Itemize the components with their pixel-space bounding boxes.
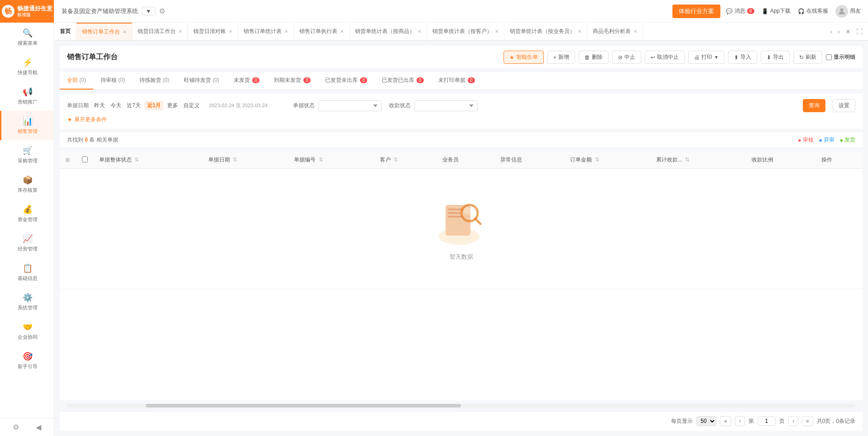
query-button[interactable]: 查询	[803, 99, 825, 112]
tab-product-margin[interactable]: 商品毛利分析表 ✕	[587, 23, 643, 40]
tab-nav-close-all[interactable]: ✕	[844, 27, 853, 36]
show-detail-toggle[interactable]: 显示明细	[826, 53, 855, 61]
last-page-btn[interactable]: »	[802, 416, 813, 426]
add-button[interactable]: + 新增	[547, 51, 575, 64]
ship-action[interactable]: ● 发货	[840, 136, 855, 144]
tab-sales-workbench[interactable]: 销售订单工作台 ✕	[77, 23, 132, 40]
sidebar-item-search[interactable]: 🔍 搜索菜单	[0, 23, 54, 52]
sidebar-item-purchase[interactable]: 🛒 采购管理	[0, 140, 54, 170]
tab-nav-next[interactable]: ›	[836, 27, 842, 36]
tab-close-cash-reconcile[interactable]: ✕	[229, 29, 232, 34]
tab-sales-exec[interactable]: 销售订单执行表 ✕	[294, 23, 350, 40]
tab-cash-reconcile[interactable]: 钱货日清对账 ✕	[188, 23, 238, 40]
svg-point-8	[464, 207, 471, 214]
message-btn[interactable]: 💬 消息 6	[726, 7, 754, 15]
page-input[interactable]	[758, 417, 776, 426]
cancel-review-dot: ●	[819, 137, 822, 143]
date-more[interactable]: 更多	[165, 101, 180, 110]
online-service-btn[interactable]: 🎧 在线客服	[798, 7, 828, 15]
sort-collected-icon[interactable]: ⇅	[685, 156, 690, 163]
sidebar-item-operations[interactable]: 📈 经营管理	[0, 228, 54, 258]
stop-button[interactable]: ⊘ 中止	[612, 51, 641, 64]
filter-tab-not-printed[interactable]: 未打印单据 0	[431, 72, 482, 90]
filter-tab-pending-review[interactable]: 待审核 (0)	[93, 72, 132, 90]
review-action[interactable]: ● 审核	[798, 136, 813, 144]
solution-button[interactable]: 体验行业方案	[672, 5, 720, 18]
tab-sales-summary-staff[interactable]: 销货单统计表（按业务员） ✕	[504, 23, 587, 40]
tab-close-sales-exec[interactable]: ✕	[340, 29, 344, 34]
sidebar-item-basic-info[interactable]: 📋 基础信息	[0, 258, 54, 287]
sidebar-item-finance[interactable]: 💰 资金管理	[0, 199, 54, 228]
sort-amount-icon[interactable]: ⇅	[595, 156, 599, 163]
cancel-review-action[interactable]: ● 弃审	[819, 136, 834, 144]
tab-close-product-margin[interactable]: ✕	[633, 29, 637, 34]
sidebar-footer: ⚙ ◀	[0, 418, 54, 436]
sidebar-item-enterprise[interactable]: 🤝 企业协同	[0, 317, 54, 346]
first-page-btn[interactable]: «	[720, 416, 731, 426]
tab-close-cash-daily[interactable]: ✕	[178, 29, 182, 34]
filter-tab-pending-inspect[interactable]: 待拣验货 (0)	[132, 72, 177, 90]
scrollbar-thumb[interactable]	[146, 404, 461, 408]
tab-nav-prev[interactable]: ‹	[829, 27, 834, 36]
print-button[interactable]: 🖨 打印 ▼	[688, 51, 724, 64]
date-yesterday[interactable]: 昨天	[92, 101, 107, 110]
select-all-checkbox[interactable]	[82, 156, 88, 162]
tab-home[interactable]: 首页	[54, 23, 77, 40]
sidebar-settings-btn[interactable]: ⚙	[13, 423, 19, 431]
sidebar-item-system[interactable]: ⚙️ 系统管理	[0, 287, 54, 317]
import-icon: ⬆	[734, 54, 739, 61]
tab-close-sales-workbench[interactable]: ✕	[123, 29, 126, 34]
date-custom[interactable]: 自定义	[182, 101, 201, 110]
export-button[interactable]: ⬇ 导出	[761, 51, 790, 64]
col-settings[interactable]: ⚙	[60, 152, 76, 169]
horizontal-scrollbar[interactable]	[67, 404, 855, 408]
sidebar-item-guide[interactable]: 🎯 新手引导	[0, 346, 54, 375]
filter-tab-shipped-not-in[interactable]: 已发货未出库 0	[318, 72, 374, 90]
cancel-stop-button[interactable]: ↩ 取消中止	[645, 51, 685, 64]
sidebar-collapse-btn[interactable]: ◀	[36, 423, 41, 431]
empty-text: 暂无数据	[450, 253, 473, 261]
filter-tab-wangpu[interactable]: 旺铺待发货 (0)	[177, 72, 226, 90]
tab-sales-stat[interactable]: 销售订单统计表 ✕	[238, 23, 294, 40]
sort-state-icon[interactable]: ⇅	[134, 156, 139, 163]
status-select[interactable]	[318, 100, 382, 111]
topbar-gear-icon[interactable]: ⚙	[159, 7, 165, 15]
tab-cash-daily[interactable]: 钱货日清工作台 ✕	[132, 23, 188, 40]
expand-conditions-btn[interactable]: ▼ 展开更多条件	[67, 116, 855, 123]
prev-page-btn[interactable]: ‹	[735, 416, 745, 426]
user-menu[interactable]: 用友	[835, 5, 861, 18]
filter-tab-shipped-out[interactable]: 已发货已出库 0	[374, 72, 431, 90]
filter-tab-not-shipped[interactable]: 未发货 0	[226, 72, 267, 90]
per-page-select[interactable]: 50	[696, 416, 716, 426]
tab-sales-summary-product[interactable]: 销货单统计表（按商品） ✕	[350, 23, 427, 40]
sidebar-item-sales[interactable]: 📊 销售管理	[0, 111, 54, 140]
date-1month[interactable]: 近1月	[144, 101, 164, 110]
next-page-btn[interactable]: ›	[788, 416, 798, 426]
tab-close-sales-summary-staff[interactable]: ✕	[578, 29, 581, 34]
refresh-button[interactable]: ↻ 刷新	[793, 51, 822, 64]
col-checkbox[interactable]	[76, 152, 94, 169]
tab-close-sales-stat[interactable]: ✕	[284, 29, 288, 34]
date-today[interactable]: 今天	[109, 101, 123, 110]
filter-tab-overdue[interactable]: 到期未发货 0	[267, 72, 318, 90]
sidebar-item-inventory[interactable]: 📦 库存核算	[0, 170, 54, 199]
payment-select[interactable]	[414, 100, 478, 111]
date-7days[interactable]: 近7天	[125, 101, 143, 110]
sort-date-icon[interactable]: ⇅	[233, 156, 237, 163]
tab-nav-maximize[interactable]: ⛶	[854, 27, 864, 36]
filter-tab-all[interactable]: 全部 (0)	[60, 72, 93, 90]
filter-tabs: 全部 (0) 待审核 (0) 待拣验货 (0) 旺铺待发货 (0) 未发货 0 …	[60, 72, 863, 90]
sidebar-item-marketing[interactable]: 📢 营销推广	[0, 81, 54, 111]
tab-close-sales-summary-customer[interactable]: ✕	[495, 29, 499, 34]
sort-customer-icon[interactable]: ⇅	[393, 156, 398, 163]
smart-create-button[interactable]: ★ 智能生单	[504, 51, 544, 64]
system-dropdown[interactable]: ▼	[142, 7, 155, 16]
tab-close-sales-summary-product[interactable]: ✕	[417, 29, 421, 34]
delete-button[interactable]: 🗑 删除	[579, 51, 609, 64]
import-button[interactable]: ⬆ 导入	[728, 51, 757, 64]
tab-sales-summary-customer[interactable]: 销货单统计表（按客户） ✕	[427, 23, 504, 40]
sort-number-icon[interactable]: ⇅	[319, 156, 323, 163]
settings-button[interactable]: 设置	[833, 99, 855, 112]
sidebar-item-quick-nav[interactable]: ⚡ 快捷导航	[0, 52, 54, 81]
app-download-btn[interactable]: 📱 App下载	[762, 7, 791, 15]
